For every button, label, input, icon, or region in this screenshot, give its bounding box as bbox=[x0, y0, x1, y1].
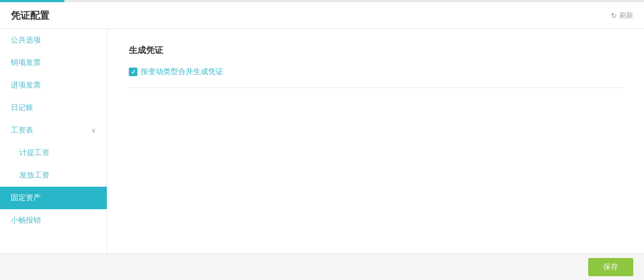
sidebar-item-expense-report[interactable]: 小畅报销 bbox=[0, 209, 107, 232]
save-button[interactable]: 保存 bbox=[588, 258, 633, 276]
section-divider bbox=[129, 87, 623, 88]
sidebar-item-label: 公共选项 bbox=[11, 35, 41, 45]
sidebar-item-label: 计提工资 bbox=[19, 148, 49, 158]
sidebar-item-label: 进项发票 bbox=[11, 80, 41, 90]
page-body: 公共选项销项发票进项发票日记账工资表∨计提工资发放工资固定资产小畅报销 生成凭证… bbox=[0, 29, 644, 253]
page-footer: 保存 bbox=[0, 253, 644, 280]
top-nav-bar bbox=[0, 0, 644, 2]
sidebar-item-purchase-invoice[interactable]: 进项发票 bbox=[0, 74, 107, 97]
sidebar: 公共选项销项发票进项发票日记账工资表∨计提工资发放工资固定资产小畅报销 bbox=[0, 29, 107, 253]
refresh-label: 刷新 bbox=[619, 11, 633, 20]
sidebar-item-sales-invoice[interactable]: 销项发票 bbox=[0, 51, 107, 74]
sidebar-item-label: 日记账 bbox=[11, 103, 33, 113]
sidebar-item-label: 发放工资 bbox=[19, 171, 49, 180]
chevron-down-icon: ∨ bbox=[91, 127, 96, 134]
sidebar-item-public-options[interactable]: 公共选项 bbox=[0, 29, 107, 51]
page-title: 凭证配置 bbox=[11, 9, 49, 22]
sidebar-item-journal[interactable]: 日记账 bbox=[0, 97, 107, 119]
sidebar-item-label: 固定资产 bbox=[11, 193, 41, 203]
refresh-icon: ↻ bbox=[611, 11, 617, 20]
sidebar-item-payroll-table[interactable]: 工资表∨ bbox=[0, 119, 107, 142]
sidebar-item-fixed-assets[interactable]: 固定资产 bbox=[0, 187, 107, 209]
sidebar-item-label: 工资表 bbox=[11, 126, 33, 135]
sidebar-item-pay-payroll[interactable]: 发放工资 bbox=[0, 164, 107, 187]
top-nav-active-indicator bbox=[0, 0, 64, 2]
merge-checkbox[interactable] bbox=[129, 68, 137, 76]
main-content: 生成凭证 按变动类型合并生成凭证 bbox=[107, 29, 644, 253]
merge-checkbox-label: 按变动类型合并生成凭证 bbox=[141, 67, 223, 77]
refresh-button[interactable]: ↻ 刷新 bbox=[611, 11, 633, 20]
sidebar-item-label: 小畅报销 bbox=[11, 216, 41, 225]
sidebar-item-label: 销项发票 bbox=[11, 58, 41, 68]
merge-checkbox-wrapper[interactable]: 按变动类型合并生成凭证 bbox=[129, 67, 223, 77]
option-row: 按变动类型合并生成凭证 bbox=[129, 67, 623, 77]
section-title: 生成凭证 bbox=[129, 45, 623, 56]
page-header: 凭证配置 ↻ 刷新 bbox=[0, 2, 644, 29]
sidebar-item-calc-payroll[interactable]: 计提工资 bbox=[0, 142, 107, 164]
